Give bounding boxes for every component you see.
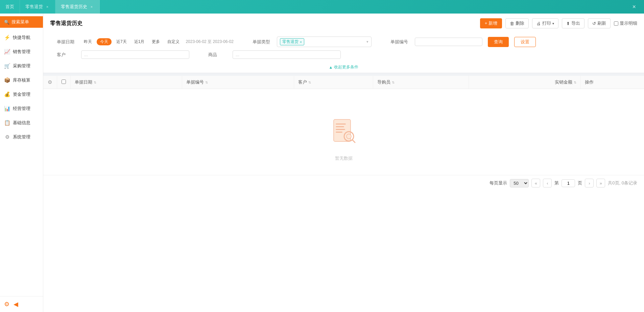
th-docno[interactable]: 单据编号 ⇅ [182, 76, 294, 89]
th-guide-label: 导购员 [377, 79, 390, 85]
sidebar-item-finance[interactable]: 💰 资金管理 [0, 87, 43, 102]
query-button[interactable]: 查询 [488, 37, 509, 47]
docno-filter-input[interactable] [415, 38, 482, 46]
customer-filter-label: 客户 [57, 52, 76, 58]
svg-rect-1 [336, 124, 346, 125]
sidebar-item-sales-mgmt[interactable]: 📈 销售管理 [0, 45, 43, 59]
th-customer[interactable]: 客户 ⇅ [294, 76, 373, 89]
sort-guide-icon: ⇅ [392, 81, 395, 84]
sidebar-item-basic-info[interactable]: 📋 基础信息 [0, 116, 43, 130]
svg-rect-3 [336, 129, 345, 130]
pagination: 每页显示 10 20 50 100 « ‹ 第 页 › » 共0页, 0条记录 [43, 175, 644, 191]
th-docno-label: 单据编号 [186, 79, 204, 85]
svg-line-7 [352, 140, 355, 142]
page-title: 零售退货历史 [50, 20, 82, 27]
goods-filter-input[interactable]: ... [233, 50, 341, 59]
page-input[interactable] [562, 179, 575, 187]
empty-text: 暂无数据 [335, 155, 353, 161]
page-first-button[interactable]: « [531, 179, 540, 187]
per-page-label: 每页显示 [490, 180, 507, 186]
delete-button[interactable]: 🗑 删除 [505, 18, 529, 28]
tab-retail-return-history[interactable]: 零售退货历史 × [55, 0, 100, 14]
print-button[interactable]: 🖨 打印 ▾ [532, 18, 558, 28]
sidebar-item-system-mgmt[interactable]: ⚙ 系统管理 [0, 130, 43, 144]
th-date-label: 单据日期 [75, 79, 92, 85]
table-area: ⚙ 单据日期 ⇅ 单据编号 [43, 76, 644, 312]
filter-area: 单据日期 昨天 今天 近7天 近1月 更多 自定义 2023-06-02 至 2… [50, 33, 637, 59]
select-all-checkbox[interactable] [62, 80, 66, 84]
collapse-up-icon: ▲ [329, 65, 333, 70]
sidebar: 🔍 搜索菜单 ⚡ 快捷导航 📈 销售管理 🛒 采购管理 📦 库存核算 💰 资金管… [0, 14, 43, 312]
date-range-display: 2023-06-02 至 2023-06-02 [186, 39, 233, 45]
page-last-button[interactable]: » [596, 179, 605, 187]
date-btn-1month[interactable]: 近1月 [132, 38, 147, 45]
sidebar-item-inventory-label: 库存核算 [13, 77, 30, 83]
refresh-button[interactable]: ↺ 刷新 [588, 18, 611, 28]
collapse-row: ▲ 收起更多条件 [50, 62, 637, 73]
export-icon: ⬆ [566, 21, 570, 26]
per-page-select[interactable]: 10 20 50 100 [510, 179, 529, 187]
window-close-button[interactable]: × [629, 3, 639, 10]
page-prev-button[interactable]: ‹ [543, 179, 552, 187]
sidebar-item-purchase-mgmt-label: 采购管理 [13, 63, 30, 69]
th-checkbox[interactable] [57, 76, 70, 89]
tab-retail-return[interactable]: 零售退货 × [20, 0, 55, 14]
settings-button[interactable]: 设置 [514, 37, 536, 47]
sidebar-item-quick-nav[interactable]: ⚡ 快捷导航 [0, 30, 43, 45]
print-label: 打印 [542, 20, 551, 26]
header-actions: + 新增 🗑 删除 🖨 打印 ▾ ⬆ 导出 ↺ [480, 18, 637, 28]
settings-bottom-icon[interactable]: ⚙ [4, 300, 9, 308]
date-btn-7days[interactable]: 近7天 [114, 38, 129, 45]
inventory-icon: 📦 [4, 77, 10, 83]
th-amount[interactable]: 实销金额 ⇅ [469, 76, 580, 89]
selected-type-tag: 零售退货 × [280, 38, 304, 45]
date-btn-more[interactable]: 更多 [149, 38, 163, 45]
date-btn-custom[interactable]: 自定义 [165, 38, 182, 45]
customer-filter-input[interactable]: ... [81, 50, 189, 59]
th-guide[interactable]: 导购员 ⇅ [373, 76, 469, 89]
tab-home[interactable]: 首页 [0, 0, 20, 14]
date-btn-today[interactable]: 今天 [97, 38, 112, 45]
th-ops: 操作 [580, 76, 644, 89]
print-icon: 🖨 [536, 21, 541, 26]
sidebar-search[interactable]: 🔍 搜索菜单 [0, 16, 43, 28]
display-detail-checkbox[interactable] [614, 21, 618, 26]
export-button[interactable]: ⬆ 导出 [562, 18, 585, 28]
tab-list: 首页 零售退货 × 零售退货历史 × [0, 0, 629, 14]
page-next-button[interactable]: › [585, 179, 594, 187]
sidebar-item-basic-info-label: 基础信息 [13, 120, 30, 126]
sidebar-item-finance-label: 资金管理 [13, 91, 30, 97]
page-header: 零售退货历史 + 新增 🗑 删除 🖨 打印 ▾ ⬆ 导出 [43, 14, 644, 73]
delete-label: 删除 [516, 20, 524, 26]
tab-retail-return-history-close[interactable]: × [89, 4, 94, 9]
basic-info-icon: 📋 [4, 120, 10, 126]
docno-filter-label: 单据编号 [390, 39, 409, 45]
th-settings: ⚙ [43, 76, 57, 89]
tab-retail-return-close[interactable]: × [45, 4, 50, 9]
th-date[interactable]: 单据日期 ⇅ [70, 76, 182, 89]
filter-row-1: 单据日期 昨天 今天 近7天 近1月 更多 自定义 2023-06-02 至 2… [57, 37, 630, 47]
collapse-button[interactable]: ▲ 收起更多条件 [329, 64, 359, 70]
top-bar-right: × [629, 3, 644, 10]
collapse-sidebar-icon[interactable]: ◀ [14, 300, 18, 308]
new-button[interactable]: + 新增 [480, 18, 502, 28]
sidebar-item-purchase-mgmt[interactable]: 🛒 采购管理 [0, 59, 43, 73]
sort-docno-icon: ⇅ [205, 81, 208, 84]
type-tag-close[interactable]: × [300, 40, 302, 44]
table-settings-icon[interactable]: ⚙ [48, 79, 52, 85]
print-chevron-icon: ▾ [552, 22, 554, 25]
date-btn-yesterday[interactable]: 昨天 [81, 38, 95, 45]
sidebar-item-sales-mgmt-label: 销售管理 [13, 49, 30, 55]
page-unit: 页 [578, 180, 582, 186]
type-select-chevron-icon: ▾ [366, 40, 368, 44]
table-header-row: ⚙ 单据日期 ⇅ 单据编号 [43, 76, 644, 89]
type-filter-select[interactable]: 零售退货 × ▾ [277, 37, 372, 47]
system-mgmt-icon: ⚙ [4, 134, 10, 140]
main-content: 零售退货历史 + 新增 🗑 删除 🖨 打印 ▾ ⬆ 导出 [43, 14, 644, 312]
goods-dots: ... [236, 52, 239, 57]
quick-nav-icon: ⚡ [4, 35, 10, 41]
tab-retail-return-history-label: 零售退货历史 [61, 4, 87, 10]
sidebar-item-operations[interactable]: 📊 经营管理 [0, 102, 43, 116]
export-label: 导出 [571, 20, 580, 26]
sidebar-item-inventory[interactable]: 📦 库存核算 [0, 73, 43, 87]
